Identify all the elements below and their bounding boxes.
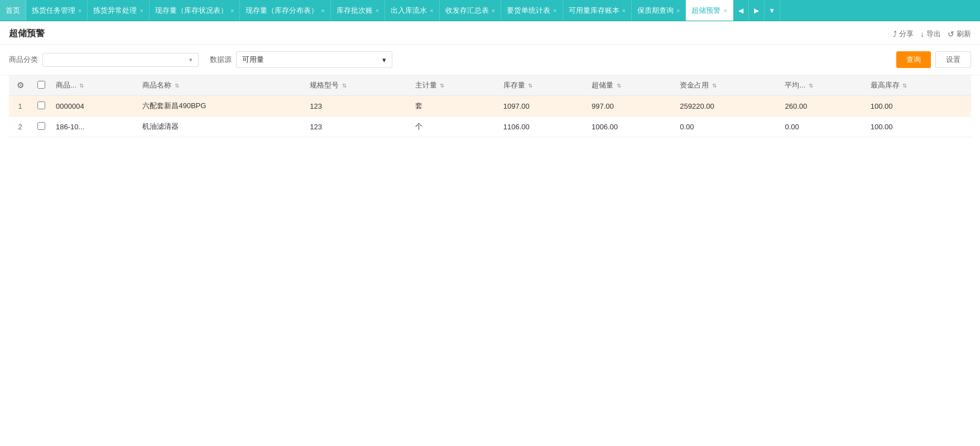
row-checkbox-cell: [31, 117, 51, 137]
category-label: 商品分类: [9, 55, 38, 65]
sort-icon[interactable]: ⇅: [342, 83, 347, 89]
nav-item-exception[interactable]: 拣货异常处理 ×: [88, 0, 149, 21]
sort-icon[interactable]: ⇅: [528, 83, 532, 89]
table-row: 1 0000004 六配套新昌490BPG 123 套 1097.00 997.…: [9, 96, 971, 117]
close-icon[interactable]: ×: [622, 7, 626, 14]
product-name: 六配套新昌490BPG: [138, 96, 305, 117]
overflow: 1006.00: [587, 117, 675, 137]
overflow-warning-table: ⚙ 商品... ⇅ 商品名称 ⇅ 规格型号 ⇅: [9, 75, 971, 137]
stock: 1097.00: [499, 96, 587, 117]
settings-button[interactable]: 设置: [935, 51, 971, 68]
unit: 套: [411, 96, 499, 117]
row-num: 1: [9, 96, 31, 117]
spec: 123: [305, 117, 410, 137]
nav-bar: 首页 拣货任务管理 × 拣货异常处理 × 现存量（库存状况表） × 现存量（库存…: [0, 0, 980, 21]
nav-item-flow[interactable]: 出入库流水 ×: [385, 0, 439, 21]
close-icon[interactable]: ×: [78, 7, 81, 14]
gear-icon[interactable]: ⚙: [17, 80, 24, 90]
col-checkbox: [31, 75, 51, 96]
filter-area: 商品分类 ▾ 数据源 可用量 ▾ 查询 设置: [0, 45, 980, 75]
share-icon: ⤴: [893, 30, 897, 38]
filter-datasource-group: 数据源 可用量 ▾: [210, 51, 392, 68]
sort-icon[interactable]: ⇅: [175, 83, 179, 89]
sort-icon[interactable]: ⇅: [809, 83, 813, 89]
row-checkbox[interactable]: [37, 101, 45, 109]
table-header-row: ⚙ 商品... ⇅ 商品名称 ⇅ 规格型号 ⇅: [9, 75, 971, 96]
row-num: 2: [9, 117, 31, 137]
export-icon: ↓: [920, 30, 924, 38]
col-overflow: 超储量 ⇅: [587, 75, 675, 96]
close-icon[interactable]: ×: [492, 7, 495, 14]
close-icon[interactable]: ×: [553, 7, 556, 14]
nav-next-arrow[interactable]: ▶: [749, 0, 765, 21]
nav-item-task-mgmt[interactable]: 拣货任务管理 ×: [26, 0, 88, 21]
product-code: 0000004: [51, 96, 138, 117]
col-product-code: 商品... ⇅: [51, 75, 138, 96]
close-icon[interactable]: ×: [430, 7, 433, 14]
nav-item-home[interactable]: 首页: [0, 0, 26, 21]
close-icon[interactable]: ×: [376, 7, 379, 14]
page-title: 超储预警: [9, 28, 45, 40]
sort-icon[interactable]: ⇅: [712, 83, 717, 89]
nav-item-summary[interactable]: 收发存汇总表 ×: [440, 0, 501, 21]
filter-category-group: 商品分类 ▾: [9, 53, 199, 67]
page-container: 超储预警 ⤴ 分享 ↓ 导出 ↺ 刷新 商品分类 ▾ 数据源: [0, 21, 980, 446]
col-unit: 主计量 ⇅: [411, 75, 499, 96]
close-icon[interactable]: ×: [140, 7, 143, 14]
col-stock: 库存量 ⇅: [499, 75, 587, 96]
col-gear: ⚙: [9, 75, 31, 96]
filter-actions: 查询 设置: [896, 51, 971, 68]
datasource-select[interactable]: 可用量 ▾: [236, 51, 392, 68]
dropdown-arrow-icon: ▾: [189, 56, 193, 64]
close-icon[interactable]: ×: [230, 7, 234, 14]
overflow: 997.00: [587, 96, 675, 117]
avg: 0.00: [780, 117, 866, 137]
nav-prev-arrow[interactable]: ◀: [733, 0, 749, 21]
refresh-button[interactable]: ↺ 刷新: [948, 29, 971, 39]
col-spec: 规格型号 ⇅: [305, 75, 410, 96]
max-stock: 100.00: [866, 117, 971, 137]
col-max-stock: 最高库存 ⇅: [866, 75, 971, 96]
sort-icon[interactable]: ⇅: [902, 83, 907, 89]
capital: 0.00: [675, 117, 780, 137]
query-button[interactable]: 查询: [896, 51, 931, 68]
col-avg: 平均... ⇅: [780, 75, 866, 96]
datasource-label: 数据源: [210, 55, 232, 65]
export-button[interactable]: ↓ 导出: [920, 29, 941, 39]
row-checkbox[interactable]: [37, 122, 45, 130]
row-checkbox-cell: [31, 96, 51, 117]
stock: 1106.00: [499, 117, 587, 137]
dropdown-arrow-icon: ▾: [382, 56, 386, 64]
sort-icon[interactable]: ⇅: [79, 83, 84, 89]
unit: 个: [411, 117, 499, 137]
datasource-value: 可用量: [242, 55, 264, 65]
avg: 260.00: [780, 96, 866, 117]
nav-item-batch[interactable]: 库存批次账 ×: [331, 0, 385, 21]
nav-item-expiry[interactable]: 保质期查询 ×: [632, 0, 686, 21]
nav-item-available-stock[interactable]: 可用量库存账本 ×: [563, 0, 632, 21]
product-code: 186-10...: [51, 117, 138, 137]
select-all-checkbox[interactable]: [37, 81, 45, 89]
col-capital: 资金占用 ⇅: [675, 75, 780, 96]
sort-icon[interactable]: ⇅: [617, 83, 621, 89]
category-select[interactable]: ▾: [42, 53, 199, 67]
refresh-icon: ↺: [948, 30, 954, 38]
max-stock: 100.00: [866, 96, 971, 117]
nav-more-arrow[interactable]: ▼: [765, 0, 780, 21]
col-product-name: 商品名称 ⇅: [138, 75, 305, 96]
share-button[interactable]: ⤴ 分享: [893, 29, 914, 39]
close-icon[interactable]: ×: [723, 7, 727, 14]
table-area: ⚙ 商品... ⇅ 商品名称 ⇅ 规格型号 ⇅: [0, 75, 980, 146]
nav-item-stock-dist[interactable]: 现存量（库存分布表） ×: [240, 0, 330, 21]
product-name: 机油滤清器: [138, 117, 305, 137]
close-icon[interactable]: ×: [321, 7, 324, 14]
close-icon[interactable]: ×: [676, 7, 680, 14]
nav-item-stock-status[interactable]: 现存量（库存状况表） ×: [150, 0, 240, 21]
table-row: 2 186-10... 机油滤清器 123 个 1106.00 1006.00 …: [9, 117, 971, 137]
sort-icon[interactable]: ⇅: [440, 83, 444, 89]
header-actions: ⤴ 分享 ↓ 导出 ↺ 刷新: [893, 29, 971, 39]
spec: 123: [305, 96, 410, 117]
nav-item-overflow-warning[interactable]: 超储预警 ×: [686, 0, 733, 21]
capital: 259220.00: [675, 96, 780, 117]
nav-item-order-stats[interactable]: 要货单统计表 ×: [501, 0, 563, 21]
